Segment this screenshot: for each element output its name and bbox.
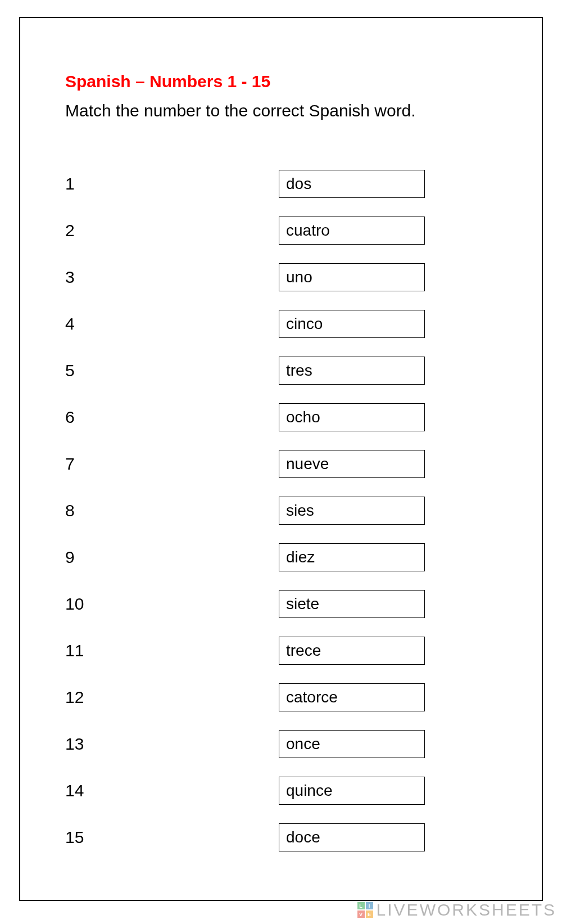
word-card[interactable]: dos [279,170,425,198]
match-row: 1 dos [65,170,497,198]
word-card[interactable]: sies [279,497,425,525]
match-row: 9 diez [65,543,497,571]
wm-letter: I [366,902,373,909]
match-row: 14 quince [65,777,497,805]
worksheet-title: Spanish – Numbers 1 - 15 [65,72,497,91]
word-card[interactable]: nueve [279,450,425,478]
word-card[interactable]: catorce [279,683,425,711]
word-card[interactable]: siete [279,590,425,618]
number-label: 15 [65,828,279,847]
word-card[interactable]: quince [279,777,425,805]
number-label: 11 [65,641,279,660]
number-label: 13 [65,734,279,754]
worksheet-page: Spanish – Numbers 1 - 15 Match the numbe… [19,17,543,901]
liveworksheets-icon: L I V E [357,902,373,918]
match-row: 8 sies [65,497,497,525]
number-label: 7 [65,454,279,474]
word-card[interactable]: uno [279,263,425,291]
match-row: 11 trece [65,637,497,665]
number-label: 2 [65,221,279,240]
number-label: 8 [65,501,279,520]
match-row: 15 doce [65,823,497,851]
number-label: 1 [65,174,279,193]
wm-letter: L [357,902,365,909]
wm-letter: V [357,911,365,918]
match-row: 7 nueve [65,450,497,478]
number-label: 6 [65,408,279,427]
number-label: 4 [65,314,279,333]
match-rows: 1 dos 2 cuatro 3 uno 4 cinco 5 tres 6 oc… [65,170,497,851]
number-label: 9 [65,548,279,567]
match-row: 10 siete [65,590,497,618]
liveworksheets-text: LIVEWORKSHEETS [377,900,556,920]
word-card[interactable]: cuatro [279,217,425,245]
liveworksheets-watermark: L I V E LIVEWORKSHEETS [357,900,556,920]
number-label: 3 [65,268,279,287]
number-label: 14 [65,781,279,800]
match-row: 5 tres [65,357,497,385]
match-row: 2 cuatro [65,217,497,245]
word-card[interactable]: trece [279,637,425,665]
word-card[interactable]: cinco [279,310,425,338]
number-label: 5 [65,361,279,380]
worksheet-instructions: Match the number to the correct Spanish … [65,101,497,120]
number-label: 10 [65,594,279,614]
word-card[interactable]: once [279,730,425,758]
match-row: 3 uno [65,263,497,291]
word-card[interactable]: doce [279,823,425,851]
word-card[interactable]: ocho [279,403,425,431]
match-row: 4 cinco [65,310,497,338]
number-label: 12 [65,688,279,707]
word-card[interactable]: tres [279,357,425,385]
match-row: 6 ocho [65,403,497,431]
word-card[interactable]: diez [279,543,425,571]
match-row: 13 once [65,730,497,758]
match-row: 12 catorce [65,683,497,711]
wm-letter: E [366,911,373,918]
